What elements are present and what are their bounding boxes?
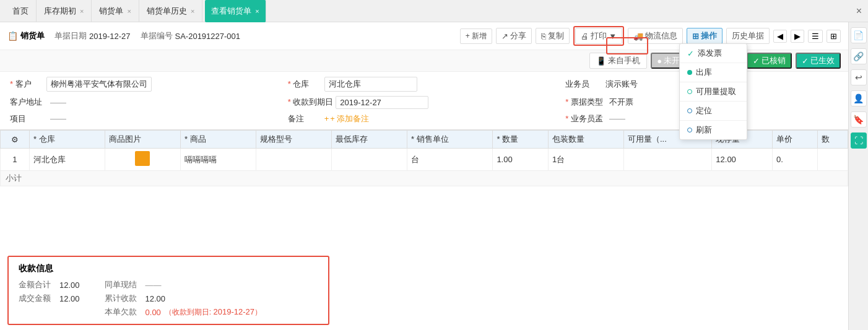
from-phone-button[interactable]: 📱 来自手机 [589, 53, 647, 69]
share-button[interactable]: ↗ 分享 [496, 28, 532, 44]
tab-close-sales-history[interactable]: × [191, 7, 194, 15]
ticket-value: 不开票 [605, 95, 637, 109]
sidebar-icon-bookmark[interactable]: 🔖 [851, 111, 867, 128]
col-min-stock: 最低库存 [332, 131, 407, 149]
plus-icon: + [324, 114, 329, 123]
next-button[interactable]: ▶ [791, 30, 804, 43]
subtotal-row: 小计 [1, 171, 848, 186]
grid-view-button[interactable]: ⊞ [827, 30, 841, 43]
add-note-button[interactable]: + + 添加备注 [324, 113, 370, 124]
staff-value: 演示账号 [602, 77, 641, 91]
due-date-label: 收款到期日 [288, 97, 334, 108]
current-due-row: 本单欠款 0.00 （收款到期日: 2019-12-27） [105, 306, 262, 318]
due-date-note: （收款到期日: 2019-12-27） [165, 307, 262, 318]
staff2-label: 业务员孟 [565, 113, 603, 124]
amount-total-label: 金额合计 [19, 279, 56, 290]
doc-date-group: 单据日期 2019-12-27 [54, 30, 131, 41]
copy-icon: ⎘ [541, 32, 546, 41]
col-extra: 数 [818, 131, 848, 149]
tab-sales-history[interactable]: 销货单历史 × [139, 0, 202, 22]
dropdown-outbound[interactable]: 出库 [680, 63, 747, 82]
date-value: 2019-12-27 [89, 32, 131, 41]
staff2-value: —— [605, 113, 629, 124]
operate-button[interactable]: ⊞ 操作 [687, 28, 723, 44]
payment-info-title: 收款信息 [19, 263, 318, 274]
number-label: 单据编号 [141, 30, 173, 41]
tab-close-view-sales[interactable]: × [255, 7, 259, 15]
effective-badge[interactable]: ✓ 已生效 [796, 53, 841, 69]
same-order-value: —— [145, 280, 162, 290]
payment-col-left: 金额合计 12.00 成交金额 12.00 [19, 279, 80, 318]
tab-view-sales[interactable]: 查看销货单 × [205, 0, 266, 22]
teal-dot-icon [687, 70, 692, 75]
print-button[interactable]: 🖨 打印 ▼ [575, 28, 622, 44]
col-gear[interactable]: ⚙ [1, 131, 30, 149]
row-available [623, 149, 711, 171]
sidebar-icon-user[interactable]: 👤 [851, 90, 867, 106]
same-order-label: 同单现结 [105, 279, 142, 290]
sidebar-icon-doc[interactable]: 📄 [851, 27, 867, 43]
history-button[interactable]: 历史单据 [726, 28, 770, 44]
window-close-button[interactable]: × [856, 6, 862, 17]
address-group: 客户地址 —— [10, 97, 283, 108]
add-button[interactable]: + 新增 [460, 28, 492, 44]
sidebar-icon-link[interactable]: 🔗 [851, 48, 867, 64]
circle-icon: ● [657, 56, 662, 66]
tab-home[interactable]: 首页 [5, 0, 37, 22]
payment-info-section: 收款信息 金额合计 12.00 成交金额 12.00 同单现结 —— [7, 256, 329, 325]
date-label: 单据日期 [54, 30, 87, 41]
tick-icon: ✓ [753, 56, 760, 66]
number-value: SA-20191227-001 [175, 32, 241, 41]
project-value: —— [46, 113, 70, 124]
sidebar-icon-expand[interactable]: ⛶ [851, 132, 867, 149]
col-unit: * 销售单位 [407, 131, 493, 149]
blue-outline-dot-icon [687, 108, 692, 113]
effective-icon: ✓ [802, 56, 809, 66]
row-extra [818, 149, 848, 171]
sidebar-icon-back[interactable]: ↩ [851, 69, 867, 85]
voided-badge[interactable]: ✓ 已核销 [747, 53, 792, 69]
col-image: 商品图片 [105, 131, 180, 149]
warehouse-value[interactable]: 河北仓库 [324, 77, 417, 92]
payment-info-grid: 金额合计 12.00 成交金额 12.00 同单现结 —— 累计收款 [19, 279, 318, 318]
table-row: 1 河北仓库 嗝嗝嗝嗝 台 1.00 1台 12.00 0. [1, 149, 848, 171]
tab-inventory-init[interactable]: 库存期初 × [37, 0, 92, 22]
list-view-button[interactable]: ☰ [808, 30, 823, 43]
row-min-stock [332, 149, 407, 171]
dropdown-available-extract[interactable]: 可用量提取 [680, 82, 747, 102]
col-warehouse: * 仓库 [29, 131, 105, 149]
cumulative-value: 12.00 [145, 294, 166, 303]
row-qty: 1.00 [493, 149, 549, 171]
project-label: 项目 [10, 113, 44, 124]
customer-value[interactable]: 柳州粤港平安气体有限公司 [46, 77, 152, 92]
tab-sales[interactable]: 销货单 × [92, 0, 139, 22]
cumulative-label: 累计收款 [105, 293, 142, 304]
due-date-value[interactable]: 2019-12-27 [336, 96, 428, 109]
subtotal-label: 小计 [1, 171, 848, 186]
row-index: 1 [1, 149, 30, 171]
logistics-button[interactable]: 🚚 物流信息 [628, 28, 683, 44]
due-date-group: 收款到期日 2019-12-27 [288, 96, 561, 109]
col-qty: * 数量 [493, 131, 549, 149]
table-area: ⚙ * 仓库 商品图片 * 商品 规格型号 最低库存 * 销售单位 * 数量 包… [0, 129, 848, 251]
copy-button[interactable]: ⎘ 复制 [536, 28, 570, 44]
deal-amount-row: 成交金额 12.00 [19, 293, 80, 304]
staff-label: 业务员 [565, 79, 599, 90]
dropdown-locate[interactable]: 定位 [680, 102, 747, 121]
truck-icon: 🚚 [633, 32, 643, 41]
dropdown-add-invoice[interactable]: ✓ 添发票 [680, 44, 747, 63]
blue-outline-dot-icon-2 [687, 128, 692, 132]
tab-close-sales[interactable]: × [127, 7, 131, 15]
row-pkg-qty: 1台 [548, 149, 623, 171]
current-due-label: 本单欠款 [105, 306, 142, 318]
dropdown-refresh[interactable]: 刷新 [680, 121, 747, 139]
prev-button[interactable]: ◀ [773, 30, 787, 43]
current-due-value: 0.00 [145, 308, 161, 317]
print-button-box: 🖨 打印 ▼ [573, 26, 624, 46]
customer-label: 客户 [10, 79, 44, 90]
dropdown-menu: ✓ 添发票 出库 可用量提取 定位 刷新 [679, 43, 747, 140]
note-label: 备注 [288, 113, 322, 124]
tab-close-inventory[interactable]: × [80, 7, 84, 15]
row-price: 0. [772, 149, 817, 171]
doc-title: 销货单 [20, 30, 45, 41]
